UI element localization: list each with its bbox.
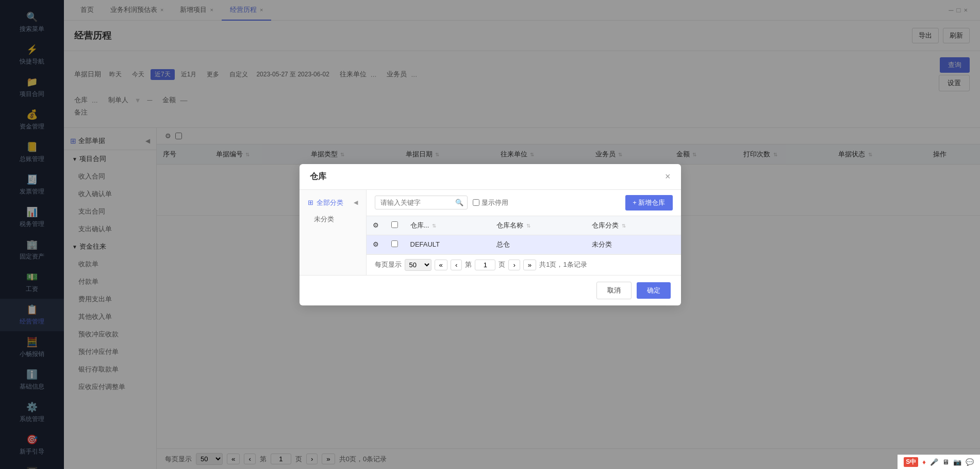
modal-right-panel: 🔍 显示停用 + 新增仓库 ⚙ — [367, 190, 681, 275]
cancel-button[interactable]: 取消 — [596, 282, 632, 299]
modal-body: ⊞ 全部分类 ◀ 未分类 🔍 显示停用 — [300, 190, 681, 275]
modal-row-checkbox[interactable] — [391, 240, 398, 247]
modal-cell-code: DEFAULT — [404, 235, 491, 254]
uncategorized-label: 未分类 — [314, 215, 334, 223]
modal-all-categories[interactable]: ⊞ 全部分类 ◀ — [300, 194, 366, 212]
modal-footer: 取消 确定 — [300, 275, 681, 305]
modal-page-size-label: 每页显示 — [375, 260, 402, 269]
modal-table-wrapper: ⚙ 仓库... ⇅ 仓库名称 ⇅ 仓库分类 ⇅ ⚙ DEFA — [367, 216, 681, 254]
modal-close-button[interactable]: × — [665, 171, 671, 182]
taskbar-chat-icon[interactable]: 💬 — [966, 458, 974, 466]
modal-table-row[interactable]: ⚙ DEFAULT 总仓 未分类 — [367, 235, 681, 254]
modal-th-settings: ⚙ — [367, 216, 385, 235]
taskbar-mic-icon[interactable]: 🎤 — [930, 458, 938, 466]
modal-title: 仓库 — [310, 171, 326, 182]
modal-prev-page[interactable]: ‹ — [451, 260, 462, 270]
modal-cell-category: 未分类 — [586, 235, 681, 254]
modal-left-panel: ⊞ 全部分类 ◀ 未分类 — [300, 190, 367, 275]
modal-cell-name: 总仓 — [490, 235, 586, 254]
collapse-icon[interactable]: ◀ — [354, 199, 358, 206]
modal-last-page[interactable]: » — [523, 260, 536, 270]
modal-first-page[interactable]: « — [435, 260, 447, 270]
modal-header: 仓库 × — [300, 164, 681, 190]
modal-search-icon[interactable]: 🔍 — [455, 199, 463, 206]
modal-th-name: 仓库名称 ⇅ — [490, 216, 586, 235]
modal-toolbar: 🔍 显示停用 + 新增仓库 — [367, 190, 681, 216]
modal-overlay: 仓库 × ⊞ 全部分类 ◀ 未分类 — [0, 0, 980, 469]
modal-page-label: 第 — [465, 260, 472, 269]
modal-uncategorized[interactable]: 未分类 — [300, 212, 366, 227]
confirm-button[interactable]: 确定 — [637, 282, 671, 299]
modal-pagination: 每页显示 50 10 20 100 « ‹ 第 页 › » 共1页，1条记录 — [367, 254, 681, 275]
grid-icon: ⊞ — [308, 199, 313, 206]
modal-next-page[interactable]: › — [508, 260, 520, 270]
modal-total-info: 共1页，1条记录 — [539, 260, 587, 269]
show-disabled-label[interactable]: 显示停用 — [473, 198, 508, 207]
modal-page-input[interactable] — [475, 260, 495, 270]
taskbar: S中 ♦ 🎤 🖥 📷 💬 — [898, 455, 980, 469]
all-categories-label: 全部分类 — [317, 198, 343, 207]
modal-th-code: 仓库... ⇅ — [404, 216, 491, 235]
modal-th-category: 仓库分类 ⇅ — [586, 216, 681, 235]
modal-table: ⚙ 仓库... ⇅ 仓库名称 ⇅ 仓库分类 ⇅ ⚙ DEFA — [367, 216, 681, 254]
modal-th-checkbox — [385, 216, 404, 235]
show-disabled-checkbox[interactable] — [473, 199, 479, 206]
taskbar-monitor-icon[interactable]: 🖥 — [942, 458, 949, 466]
search-container: 🔍 — [375, 196, 468, 209]
modal-cell-settings: ⚙ — [367, 235, 385, 254]
taskbar-diamond-icon[interactable]: ♦ — [922, 458, 926, 466]
modal-cell-checkbox — [385, 235, 404, 254]
add-warehouse-button[interactable]: + 新增仓库 — [625, 195, 672, 211]
taskbar-camera-icon[interactable]: 📷 — [953, 458, 961, 466]
modal-search-input[interactable] — [375, 196, 468, 209]
show-disabled-text: 显示停用 — [481, 198, 508, 207]
modal-select-all[interactable] — [391, 221, 398, 228]
taskbar-s-icon: S中 — [904, 457, 918, 467]
modal-page-unit: 页 — [499, 260, 505, 269]
warehouse-modal: 仓库 × ⊞ 全部分类 ◀ 未分类 — [300, 164, 681, 305]
modal-page-size-select[interactable]: 50 10 20 100 — [405, 259, 431, 271]
